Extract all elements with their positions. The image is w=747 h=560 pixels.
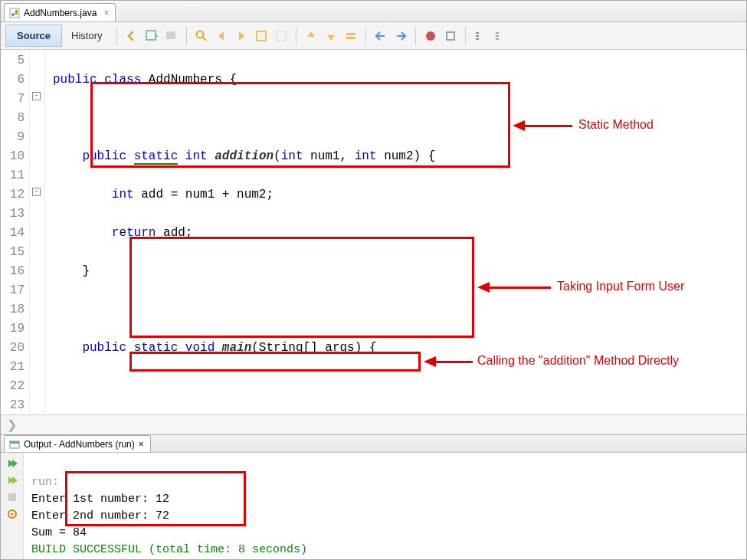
shift-down-icon[interactable]	[324, 29, 338, 43]
uncomment-icon[interactable]	[493, 29, 507, 43]
arrow-line	[525, 125, 572, 127]
fold-toggle-icon[interactable]: −	[32, 188, 41, 196]
highlight-icon[interactable]	[254, 29, 268, 43]
next-icon[interactable]	[234, 29, 248, 43]
separator	[186, 27, 187, 45]
svg-point-10	[426, 31, 435, 41]
svg-rect-7	[277, 31, 286, 41]
svg-point-5	[196, 31, 203, 38]
output-tab-bar: Output - AddNumbers (run) ×	[1, 435, 746, 453]
separator	[465, 27, 466, 45]
forward-dropdown-icon[interactable]	[145, 29, 159, 43]
select-dropdown-icon[interactable]	[165, 29, 179, 43]
file-tab-bar: AddNumbers.java ×	[1, 1, 746, 22]
arrow-line	[436, 361, 473, 363]
tab-history[interactable]: History	[62, 25, 111, 46]
svg-rect-6	[257, 31, 266, 41]
prev-icon[interactable]	[215, 29, 228, 43]
svg-rect-8	[346, 33, 355, 35]
separator	[415, 27, 416, 45]
svg-point-1	[11, 13, 15, 16]
rerun-alt-icon[interactable]	[6, 474, 18, 486]
shift-up-icon[interactable]	[304, 29, 318, 43]
output-tab-label: Output - AddNumbers (run)	[24, 439, 135, 450]
editor-toolbar: Source History	[1, 22, 746, 50]
fold-gutter: − −	[30, 50, 45, 414]
breadcrumb-chevron-icon[interactable]: ❯	[7, 418, 17, 432]
output-side-toolbar	[1, 453, 24, 560]
undo-icon[interactable]	[374, 29, 388, 43]
separator	[365, 27, 366, 45]
svg-point-16	[11, 513, 13, 515]
output-tab[interactable]: Output - AddNumbers (run) ×	[4, 435, 151, 452]
svg-rect-13	[10, 441, 19, 444]
arrow-line	[490, 287, 551, 289]
annotation-label-calling: Calling the "addition" Method Directly	[477, 354, 679, 368]
stop-icon[interactable]	[444, 29, 457, 43]
java-file-icon	[9, 8, 20, 18]
record-icon[interactable]	[424, 29, 437, 43]
selection-icon[interactable]	[274, 29, 288, 43]
code-editor[interactable]: 567891011121314151617181920212223 − − pu…	[1, 50, 746, 414]
output-icon	[9, 439, 20, 450]
svg-rect-2	[15, 10, 18, 15]
settings-output-icon[interactable]	[6, 508, 18, 520]
arrow-head-icon	[477, 282, 490, 293]
annotation-label-input: Taking Input Form User	[557, 280, 684, 293]
svg-rect-0	[10, 8, 19, 18]
annotation-label-static-method: Static Method	[578, 118, 654, 132]
arrow-head-icon	[513, 120, 525, 131]
line-number-gutter: 567891011121314151617181920212223	[1, 50, 30, 414]
shift-lines-icon[interactable]	[344, 29, 358, 43]
file-tab-addnumbers[interactable]: AddNumbers.java ×	[4, 3, 116, 21]
separator	[296, 27, 297, 45]
tab-source[interactable]: Source	[5, 25, 62, 47]
fold-toggle-icon[interactable]: −	[32, 92, 41, 100]
svg-rect-9	[346, 37, 355, 39]
arrow-head-icon	[424, 356, 436, 367]
close-icon[interactable]: ×	[103, 8, 109, 18]
close-icon[interactable]: ×	[139, 439, 144, 450]
comment-icon[interactable]	[473, 29, 487, 43]
breadcrumb-bar: ❯	[1, 414, 746, 434]
file-tab-label: AddNumbers.java	[24, 8, 97, 18]
svg-rect-14	[8, 493, 16, 501]
output-panel: Output - AddNumbers (run) × run: Enter 1…	[1, 434, 746, 557]
svg-rect-11	[447, 32, 454, 40]
separator	[116, 27, 117, 45]
rerun-icon[interactable]	[6, 457, 18, 470]
output-console[interactable]: run: Enter 1st number: 12 Enter 2nd numb…	[24, 453, 746, 560]
redo-icon[interactable]	[394, 29, 408, 43]
svg-rect-3	[146, 31, 156, 40]
svg-rect-4	[166, 31, 175, 39]
search-icon[interactable]	[195, 29, 208, 43]
back-icon[interactable]	[125, 29, 139, 43]
stop-output-icon[interactable]	[6, 491, 18, 503]
